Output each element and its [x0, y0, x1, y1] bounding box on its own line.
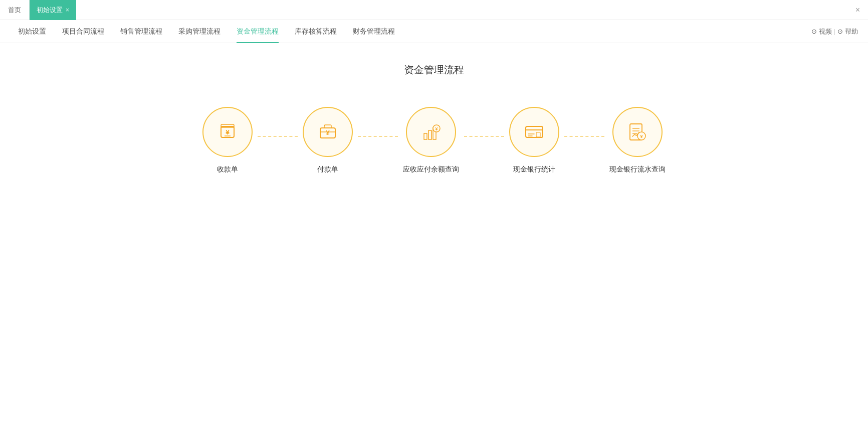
- payment-label: 付款单: [317, 165, 338, 174]
- payment-circle: ¥: [303, 107, 353, 157]
- dotted-line-4: [564, 136, 604, 137]
- help-label[interactable]: 帮助: [845, 27, 858, 36]
- svg-rect-8: [428, 130, 431, 139]
- nav-bar: 初始设置 项目合同流程 销售管理流程 采购管理流程 资金管理流程 库存核算流程 …: [0, 20, 868, 43]
- svg-text:¥: ¥: [640, 134, 642, 139]
- cash-bank-icon: [522, 119, 547, 144]
- dotted-line-2: [358, 136, 398, 137]
- nav-right: ⊙ 视频 | ⊙ 帮助: [811, 27, 858, 36]
- connector-1: [253, 136, 303, 137]
- nav-item-sales-management[interactable]: 销售管理流程: [112, 20, 170, 43]
- flow-item-cash-bank-flow[interactable]: ¥ 现金银行流水查询: [609, 107, 666, 174]
- receipt-label: 收款单: [217, 165, 238, 174]
- video-icon: ⊙: [811, 28, 817, 35]
- dotted-line-1: [258, 136, 298, 137]
- flow-item-receivable-query[interactable]: ¥ 应收应付余额查询: [403, 107, 459, 174]
- home-tab[interactable]: 首页: [0, 0, 30, 20]
- nav-item-financial-management[interactable]: 财务管理流程: [345, 20, 403, 43]
- dotted-line-3: [464, 136, 504, 137]
- receivable-circle: ¥: [406, 107, 456, 157]
- nav-divider: |: [834, 28, 835, 35]
- connector-3: [459, 136, 509, 137]
- cash-bank-label: 现金银行统计: [513, 165, 555, 174]
- cash-flow-icon: ¥: [625, 119, 650, 144]
- svg-rect-7: [424, 133, 427, 139]
- nav-item-inventory-calculation[interactable]: 库存核算流程: [287, 20, 345, 43]
- nav-item-purchase-management[interactable]: 采购管理流程: [170, 20, 229, 43]
- cash-bank-circle: [509, 107, 559, 157]
- flow-item-cash-bank-stats[interactable]: 现金银行统计: [509, 107, 559, 174]
- receivable-label: 应收应付余额查询: [403, 165, 459, 174]
- flow-container: ¥ 收款单 ¥ 付款单: [0, 107, 868, 174]
- close-tab-icon[interactable]: ×: [66, 7, 69, 14]
- svg-text:¥: ¥: [326, 129, 330, 136]
- svg-rect-16: [536, 132, 540, 137]
- receivable-icon: ¥: [418, 119, 444, 144]
- page-title: 资金管理流程: [0, 63, 868, 77]
- active-tab-label: 初始设置: [37, 6, 63, 15]
- help-icon: ⊙: [837, 28, 843, 35]
- svg-text:¥: ¥: [435, 126, 438, 131]
- nav-item-initial-setup[interactable]: 初始设置: [10, 20, 54, 43]
- cash-flow-label: 现金银行流水查询: [609, 165, 666, 174]
- main-content: 资金管理流程 ¥ 收款单: [0, 43, 868, 444]
- nav-item-project-contract[interactable]: 项目合同流程: [54, 20, 112, 43]
- connector-4: [559, 136, 609, 137]
- top-bar: 首页 初始设置 × ×: [0, 0, 868, 20]
- flow-item-receipt[interactable]: ¥ 收款单: [202, 107, 253, 174]
- nav-item-fund-management[interactable]: 资金管理流程: [229, 20, 287, 43]
- window-close-button[interactable]: ×: [847, 0, 868, 20]
- active-tab[interactable]: 初始设置 ×: [30, 0, 76, 20]
- receipt-circle: ¥: [202, 107, 253, 157]
- payment-icon: ¥: [315, 119, 340, 144]
- receipt-icon: ¥: [215, 119, 240, 144]
- video-label[interactable]: 视频: [819, 27, 832, 36]
- cash-flow-circle: ¥: [612, 107, 663, 157]
- connector-2: [353, 136, 403, 137]
- flow-item-payment[interactable]: ¥ 付款单: [303, 107, 353, 174]
